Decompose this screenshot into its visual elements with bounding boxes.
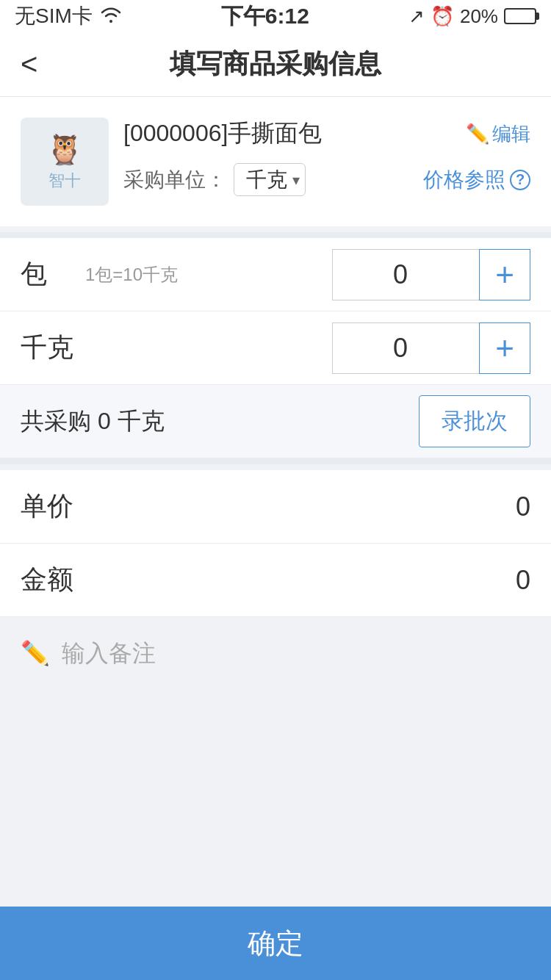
edit-icon: ✏️: [466, 123, 489, 145]
input-section: 包 1包=10千克 + 千克 + 共采购 0 千克: [0, 238, 551, 458]
unit-select-wrapper[interactable]: 千克 包: [234, 163, 306, 196]
separator-1: [0, 232, 551, 238]
wifi-icon: [100, 4, 122, 28]
amount-row: 金额 0: [0, 544, 551, 617]
kg-input-wrapper: +: [332, 323, 530, 374]
bao-sublabel: 1包=10千克: [85, 263, 332, 287]
bao-label: 包: [21, 256, 79, 292]
notes-placeholder: 输入备注: [62, 638, 156, 670]
empty-area: [0, 705, 551, 926]
edit-label: 编辑: [492, 121, 530, 147]
kg-label: 千克: [21, 330, 79, 366]
total-prefix: 共采购: [21, 408, 91, 434]
status-time: 下午6:12: [221, 1, 309, 32]
total-amount: 0: [98, 408, 111, 434]
product-card: 🦉 智十 [0000006]手撕面包 ✏️ 编辑 采购单位： 千克 包: [0, 97, 551, 232]
total-label: 共采购 0 千克: [21, 406, 419, 438]
total-unit: 千克: [118, 408, 165, 434]
bao-plus-button[interactable]: +: [479, 249, 530, 300]
kg-input-row: 千克 +: [0, 311, 551, 385]
location-icon: ↗: [408, 5, 425, 28]
battery-percent: 20%: [460, 5, 498, 28]
pencil-icon: ✏️: [21, 639, 50, 667]
notes-section[interactable]: ✏️ 输入备注: [0, 617, 551, 705]
confirm-button[interactable]: 确定: [0, 907, 551, 980]
edit-button[interactable]: ✏️ 编辑: [466, 121, 530, 147]
bao-input-wrapper: +: [332, 249, 530, 300]
info-section: 单价 0 金额 0: [0, 470, 551, 617]
amount-label: 金额: [21, 562, 516, 598]
page-title: 填写商品采购信息: [170, 46, 381, 82]
product-name: [0000006]手撕面包: [123, 118, 322, 150]
kg-plus-button[interactable]: +: [479, 323, 530, 374]
unit-label: 采购单位：: [123, 166, 226, 194]
battery-icon: [504, 8, 536, 24]
product-unit-row: 采购单位： 千克 包 价格参照 ?: [123, 163, 530, 196]
carrier-label: 无SIM卡: [15, 2, 93, 30]
bao-input[interactable]: [332, 249, 479, 300]
bao-input-row: 包 1包=10千克 +: [0, 238, 551, 311]
unit-select[interactable]: 千克 包: [234, 163, 306, 196]
status-right: ↗ ⏰ 20%: [408, 5, 536, 28]
nav-bar: < 填写商品采购信息: [0, 32, 551, 97]
status-left: 无SIM卡: [15, 2, 122, 30]
price-ref-button[interactable]: 价格参照 ?: [423, 166, 530, 194]
back-button[interactable]: <: [21, 48, 37, 81]
main-content: 🦉 智十 [0000006]手撕面包 ✏️ 编辑 采购单位： 千克 包: [0, 97, 551, 980]
total-row: 共采购 0 千克 录批次: [0, 385, 551, 458]
status-bar: 无SIM卡 下午6:12 ↗ ⏰ 20%: [0, 0, 551, 32]
unit-selector-group: 采购单位： 千克 包: [123, 163, 306, 196]
product-info: [0000006]手撕面包 ✏️ 编辑 采购单位： 千克 包: [123, 118, 530, 196]
price-ref-label: 价格参照: [423, 166, 505, 194]
price-ref-icon: ?: [510, 170, 530, 190]
alarm-icon: ⏰: [431, 5, 454, 28]
product-header: [0000006]手撕面包 ✏️ 编辑: [123, 118, 530, 150]
unit-price-label: 单价: [21, 489, 516, 525]
product-image-label: 智十: [48, 170, 81, 192]
unit-price-row: 单价 0: [0, 470, 551, 544]
separator-2: [0, 458, 551, 464]
product-image: 🦉 智十: [21, 118, 109, 206]
product-owl-icon: 🦉: [46, 132, 83, 167]
kg-input[interactable]: [332, 323, 479, 374]
unit-price-value: 0: [516, 491, 530, 522]
record-batch-button[interactable]: 录批次: [419, 395, 530, 447]
amount-value: 0: [516, 565, 530, 596]
